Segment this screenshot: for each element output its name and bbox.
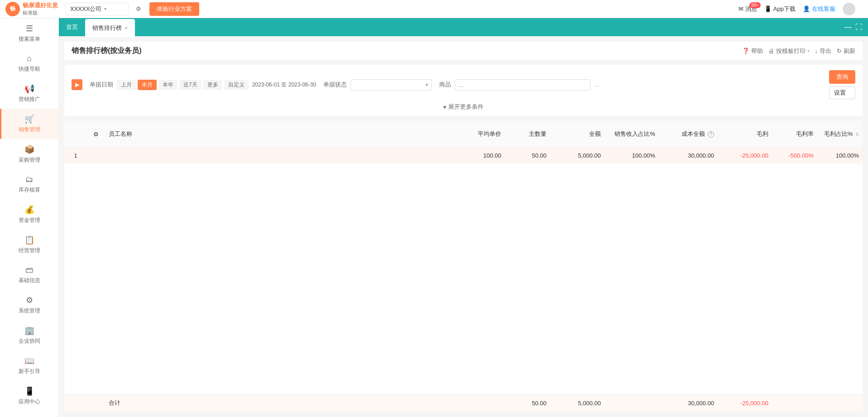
cell-cost: 30,000.00 [659, 148, 718, 163]
tab-close-icon[interactable]: × [125, 25, 128, 31]
online-service-button[interactable]: 👤 在线客服 [803, 5, 835, 13]
date-label: 单据日期 [90, 81, 113, 89]
goods-more-icon: ... [595, 81, 599, 88]
col-header-amount: 全额 [550, 125, 604, 143]
logo-icon: 畅 [5, 2, 20, 16]
table-header: ⚙ 员工名称 平均单价 主数量 全额 [64, 121, 863, 148]
enterprise-icon: 🏢 [24, 326, 34, 336]
col-header-profit: 毛利 [718, 125, 772, 143]
logo-line2: 标准版 [23, 10, 58, 16]
sidebar-item-purchase[interactable]: 📦 采购管理 [0, 139, 58, 169]
date-custom-button[interactable]: 自定义 [224, 80, 249, 90]
system-icon: ⚙ [26, 295, 33, 305]
finance-icon: 💰 [24, 205, 34, 215]
help-label: 帮助 [751, 47, 763, 55]
footer-avg-price [460, 398, 505, 407]
cell-profit: -25,000.00 [718, 148, 772, 163]
goods-input[interactable] [455, 79, 590, 91]
message-badge: 99+ [749, 2, 761, 8]
cell-profit-pct: 100.00% [817, 148, 863, 163]
tab-bar-right: — ⛶ [844, 23, 868, 31]
sidebar-item-search-orders[interactable]: ☰ 搜索菜单 [0, 18, 58, 48]
sidebar-item-basic-info[interactable]: 🗃 基础信息 [0, 260, 58, 290]
col-header-qty: 主数量 [505, 125, 550, 143]
logo: 畅 畅康通好生意 标准版 [5, 2, 58, 16]
sidebar-item-enterprise[interactable]: 🏢 企业协同 [0, 320, 58, 350]
tab-minimize-button[interactable]: — [844, 23, 852, 31]
topbar-settings-icon[interactable]: ⚙ [132, 3, 145, 15]
sort-icon: ⇅ [855, 132, 859, 137]
sidebar-item-wechat[interactable]: 💬 企业微信 [0, 411, 58, 417]
col-header-settings[interactable]: ⚙ [87, 126, 105, 142]
date-more-button[interactable]: 更多 [203, 80, 222, 90]
goods-filter: 商品 ... [439, 79, 599, 91]
sidebar-item-quick-nav[interactable]: ⌂ 快捷导航 [0, 48, 58, 78]
refresh-label: 刷新 [844, 47, 855, 55]
sales-icon: 🛒 [24, 114, 34, 124]
sidebar-item-sales[interactable]: 🛒 销售管理 [0, 109, 58, 139]
print-chevron-icon: ▾ [807, 48, 810, 53]
main-layout: ☰ 搜索菜单 ⌂ 快捷导航 📢 营销推广 🛒 销售管理 📦 采购管理 🗂 库存核… [0, 18, 868, 417]
sidebar-item-finance[interactable]: 💰 资金管理 [0, 199, 58, 230]
col-header-profit-pct: 毛利占比% ⇅ [817, 125, 863, 143]
refresh-icon: ↻ [837, 48, 842, 54]
tab-maximize-button[interactable]: ⛶ [855, 23, 863, 31]
date-7days-button[interactable]: 近7天 [179, 80, 201, 90]
page-actions: ❓ 帮助 🖨 按模板打印 ▾ ↓ 导出 ↻ 刷新 [742, 47, 856, 55]
cell-amount: 5,000.00 [550, 148, 604, 163]
trial-button[interactable]: 体验行业方案 [149, 2, 199, 16]
app-center-icon: 📱 [24, 386, 34, 396]
filter-expand-arrow[interactable]: ▶ [72, 79, 82, 90]
purchase-icon: 📦 [24, 144, 34, 154]
query-button[interactable]: 查询 [829, 70, 855, 84]
tab-sales-ranking[interactable]: 销售排行榜 × [85, 19, 135, 37]
help-button[interactable]: ❓ 帮助 [742, 47, 763, 55]
home-icon: ⌂ [27, 54, 32, 63]
app-download-button[interactable]: 📱 App下载 [764, 5, 796, 13]
sidebar-item-guide[interactable]: 📖 新手引导 [0, 350, 58, 381]
cell-qty: 50.00 [505, 148, 550, 163]
page-header: 销售排行榜(按业务员) ❓ 帮助 🖨 按模板打印 ▾ ↓ 导出 [64, 42, 863, 60]
filter-row: ▶ 单据日期 上月 本月 本年 近7天 更多 自定义 2023-06-01 至 … [72, 70, 855, 99]
content-area: 首页 销售排行榜 × — ⛶ 销售排行榜(按业务员) ❓ 帮助 [59, 18, 868, 417]
date-prev-month-button[interactable]: 上月 [117, 80, 136, 90]
avatar[interactable] [843, 3, 855, 15]
expand-row: ▾ 展开更多条件 [72, 103, 855, 111]
tab-home[interactable]: 首页 [59, 18, 85, 36]
footer-settings [87, 398, 105, 407]
sidebar: ☰ 搜索菜单 ⌂ 快捷导航 📢 营销推广 🛒 销售管理 📦 采购管理 🗂 库存核… [0, 18, 59, 417]
status-select[interactable] [350, 79, 432, 91]
sidebar-item-inventory[interactable]: 🗂 库存核算 [0, 169, 58, 199]
col-header-profit-rate: 毛利率 [772, 125, 817, 143]
date-range-display: 2023-06-01 至 2023-06-30 [252, 81, 316, 89]
print-icon: 🖨 [768, 48, 774, 54]
help-icon: ❓ [742, 48, 749, 54]
logo-line1: 畅康通好生意 [23, 2, 58, 10]
table-container: ⚙ 员工名称 平均单价 主数量 全额 [64, 121, 863, 412]
export-button[interactable]: ↓ 导出 [815, 47, 832, 55]
message-button[interactable]: ✉ 消息 99+ [739, 5, 757, 13]
chevron-down-icon: ▾ [104, 6, 106, 11]
expand-conditions-button[interactable]: ▾ 展开更多条件 [443, 103, 484, 111]
date-buttons: 上月 本月 本年 近7天 更多 自定义 [117, 80, 249, 90]
refresh-button[interactable]: ↻ 刷新 [837, 47, 855, 55]
cell-settings [87, 151, 105, 160]
settings-button[interactable]: 设置 [829, 86, 855, 99]
inventory-icon: 🗂 [25, 175, 34, 184]
date-this-year-button[interactable]: 本年 [158, 80, 177, 90]
footer-sales-pct [604, 398, 659, 407]
sidebar-item-system[interactable]: ⚙ 系统管理 [0, 290, 58, 320]
company-name: XXXXX公司 [70, 5, 101, 13]
date-current-month-button[interactable]: 本月 [138, 80, 157, 90]
cost-help-icon[interactable]: ? [708, 131, 714, 138]
print-label: 按模板打印 [776, 47, 806, 55]
company-selector[interactable]: XXXXX公司 ▾ [65, 3, 129, 15]
footer-profit-pct [817, 398, 863, 407]
print-button[interactable]: 🖨 按模板打印 ▾ [768, 47, 810, 55]
sidebar-item-marketing[interactable]: 📢 营销推广 [0, 78, 58, 109]
sidebar-item-operations[interactable]: 📋 经营管理 [0, 230, 58, 260]
footer-qty: 50.00 [505, 395, 550, 411]
message-icon: ✉ [739, 5, 743, 12]
topbar-right: ✉ 消息 99+ 📱 App下载 👤 在线客服 [739, 3, 863, 15]
sidebar-item-app-center[interactable]: 📱 应用中心 [0, 381, 58, 411]
